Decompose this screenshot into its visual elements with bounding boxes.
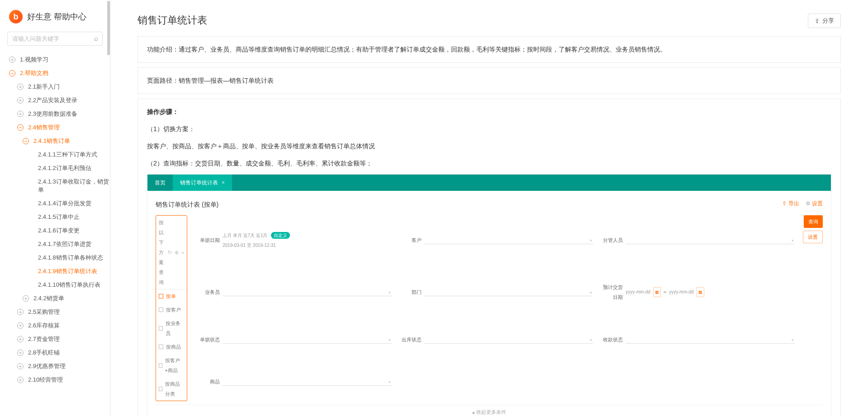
filter-grid: 单据日期上月 本月 近7天 近1月 自定义2019-03-01 至 2019-1… bbox=[195, 215, 795, 401]
path-text: 销售管理—报表—销售订单统计表 bbox=[179, 77, 274, 84]
leaf-5[interactable]: 2.4.1.5订单中止 bbox=[0, 210, 110, 224]
img1-tabbar: 首页 销售订单统计表 bbox=[147, 175, 831, 191]
scheme-item-6[interactable]: 按商品分类 bbox=[156, 377, 187, 401]
intro-label: 功能介绍： bbox=[147, 46, 179, 53]
scheme-head: 按以下方案查询 ↻⊕« bbox=[156, 216, 187, 289]
intro-card: 功能介绍：通过客户、业务员、商品等维度查询销售订单的明细汇总情况；有助于管理者了… bbox=[138, 36, 841, 63]
nav-video[interactable]: +1.视频学习 bbox=[0, 53, 110, 66]
out-input[interactable] bbox=[424, 336, 593, 344]
leaf-4[interactable]: 2.4.1.4订单分批发货 bbox=[0, 197, 110, 210]
step-1-num: （1）切换方案： bbox=[147, 123, 831, 135]
recv-input[interactable] bbox=[626, 336, 795, 344]
nav-2-4-2[interactable]: +2.4.2销货单 bbox=[0, 292, 110, 305]
path-label: 页面路径： bbox=[147, 77, 179, 84]
leaf-6[interactable]: 2.4.1.6订单变更 bbox=[0, 224, 110, 237]
scheme-item-2[interactable]: 按客户 bbox=[156, 303, 187, 317]
nav-2-2[interactable]: +2.2产品安装及登录 bbox=[0, 94, 110, 107]
search-input[interactable] bbox=[7, 32, 103, 46]
img1-panel-title: 销售订单统计表 (按单) bbox=[156, 198, 218, 211]
cust-input[interactable] bbox=[424, 236, 593, 244]
steps-block: 操作步骤： （1）切换方案： 按客户、按商品、按客户＋商品、按单、按业务员等维度… bbox=[138, 99, 841, 416]
leaf-7[interactable]: 2.4.1.7依照订单进货 bbox=[0, 237, 110, 251]
leaf-2[interactable]: 2.4.1.2订单毛利预估 bbox=[0, 161, 110, 175]
nav-docs[interactable]: −2.帮助文档 bbox=[0, 66, 110, 80]
nav-2-6[interactable]: +2.6库存核算 bbox=[0, 319, 110, 332]
query-button[interactable]: 查询 bbox=[804, 215, 823, 228]
set-button[interactable]: 设置 bbox=[803, 231, 823, 243]
leaf-9[interactable]: 2.4.1.9销售订单统计表 bbox=[0, 265, 110, 278]
leaf-10[interactable]: 2.4.1.10销售订单执行表 bbox=[0, 278, 110, 292]
main-content: ⇪ 分享 销售订单统计表 功能介绍：通过客户、业务员、商品等维度查询销售订单的明… bbox=[110, 0, 868, 416]
status-input[interactable] bbox=[223, 336, 392, 344]
scheme-item-3[interactable]: 按业务员 bbox=[156, 317, 187, 340]
leaf-1[interactable]: 2.4.1.1三种下订单方式 bbox=[0, 148, 110, 161]
sidebar: b 好生意 帮助中心 ⌕ +1.视频学习 −2.帮助文档 +2.1新手入门 +2… bbox=[0, 0, 110, 416]
brand-text: 好生意 帮助中心 bbox=[27, 11, 86, 22]
leaf-3[interactable]: 2.4.1.3订单收取订金，销货单 bbox=[0, 175, 110, 197]
scheme-item-5[interactable]: 按客户+商品 bbox=[156, 354, 187, 377]
nav-2-5[interactable]: +2.5采购管理 bbox=[0, 305, 110, 319]
refresh-icon[interactable]: ↻ bbox=[168, 247, 172, 257]
screenshot-1: 首页 销售订单统计表 销售订单统计表 (按单) ⇪ 导出 ⚙ 设置 按以下方案查… bbox=[147, 174, 831, 416]
path-card: 页面路径：销售管理—报表—销售订单统计表 bbox=[138, 67, 841, 94]
nav-2-4-1[interactable]: −2.4.1销售订单 bbox=[0, 134, 110, 148]
nav-2-9[interactable]: +2.9优惠券管理 bbox=[0, 359, 110, 373]
nav-2-7[interactable]: +2.7资金管理 bbox=[0, 332, 110, 346]
collapse-bar[interactable]: ▴ 收起更多条件 bbox=[156, 405, 823, 416]
img1-tab-active[interactable]: 销售订单统计表 bbox=[173, 175, 232, 191]
nav-2-10[interactable]: +2.10经营管理 bbox=[0, 373, 110, 387]
more-icon[interactable]: ⊕ bbox=[175, 247, 179, 257]
logo: b 好生意 帮助中心 bbox=[0, 0, 110, 32]
step-2: （2）查询指标：交货日期、数量、成交金额、毛利、毛利率、累计收款金额等； bbox=[147, 157, 831, 170]
collapse-icon[interactable]: « bbox=[181, 247, 184, 257]
nav-2-8[interactable]: +2.8手机旺铺 bbox=[0, 346, 110, 359]
share-button[interactable]: ⇪ 分享 bbox=[808, 14, 841, 28]
person-input[interactable] bbox=[626, 236, 795, 244]
intro-text: 通过客户、业务员、商品等维度查询销售订单的明细汇总情况；有助于管理者了解订单成交… bbox=[179, 46, 666, 53]
custom-date-pill[interactable]: 自定义 bbox=[271, 232, 290, 239]
cal-icon[interactable]: ▦ bbox=[697, 287, 704, 297]
cal-icon[interactable]: ▦ bbox=[653, 287, 661, 297]
scheme-item-4[interactable]: 按商品 bbox=[156, 340, 187, 354]
sidebar-scrollbar[interactable] bbox=[107, 0, 110, 416]
nav-2-1[interactable]: +2.1新手入门 bbox=[0, 80, 110, 94]
img1-tab-home[interactable]: 首页 bbox=[147, 175, 173, 191]
nav-2-3[interactable]: +2.3使用前数据准备 bbox=[0, 107, 110, 121]
nav-2-4[interactable]: −2.4销售管理 bbox=[0, 121, 110, 134]
search-icon[interactable]: ⌕ bbox=[94, 34, 98, 42]
dept-input[interactable] bbox=[424, 288, 593, 296]
emp-input[interactable] bbox=[223, 288, 392, 296]
page-title: 销售订单统计表 bbox=[138, 14, 841, 27]
scheme-item-1[interactable]: 按单 bbox=[156, 289, 187, 303]
img1-export[interactable]: ⇪ 导出 bbox=[782, 198, 799, 211]
scheme-box: 按以下方案查询 ↻⊕« 按单 按客户 按业务员 按商品 按客户+商品 按商品分类 bbox=[156, 215, 187, 401]
nav-tree: +1.视频学习 −2.帮助文档 +2.1新手入门 +2.2产品安装及登录 +2.… bbox=[0, 52, 110, 388]
logo-icon: b bbox=[9, 10, 23, 24]
leaf-8[interactable]: 2.4.1.8销售订单各种状态 bbox=[0, 251, 110, 265]
steps-label: 操作步骤： bbox=[147, 108, 179, 115]
prod-input[interactable] bbox=[223, 378, 392, 386]
share-icon: ⇪ bbox=[815, 18, 820, 24]
img1-setting[interactable]: ⚙ 设置 bbox=[806, 198, 823, 211]
step-1-text: 按客户、按商品、按客户＋商品、按单、按业务员等维度来查看销售订单总体情况 bbox=[147, 140, 831, 152]
